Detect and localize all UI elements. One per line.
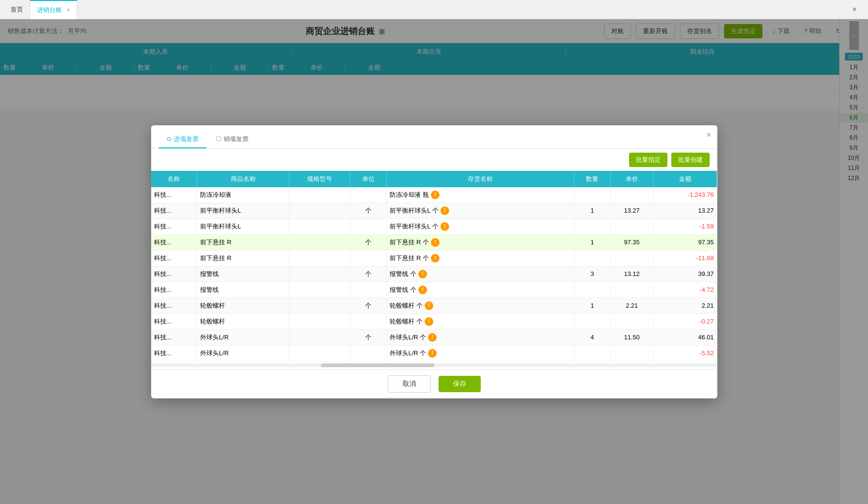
warning-icon: ! bbox=[431, 254, 440, 263]
dialog-header: ⊙ 进项发票 ☐ 销项发票 × bbox=[151, 125, 717, 149]
col-unit: 单位 bbox=[350, 171, 387, 187]
horizontal-scrollbar[interactable] bbox=[151, 363, 717, 367]
tab-active[interactable]: 进销台账 × bbox=[30, 0, 77, 19]
col-amount: 金额 bbox=[653, 171, 717, 187]
warning-icon: ! bbox=[440, 222, 449, 231]
warning-icon: ! bbox=[431, 238, 440, 247]
invoice-table: 名称 商品名称 规格型号 单位 存货名称 数量 单价 金额 科技...防冻冷却液… bbox=[151, 171, 717, 361]
table-row: 科技...外球头L/R个 外球头L/R 个 ! 411.5046.01 bbox=[151, 329, 717, 345]
warning-icon: ! bbox=[418, 270, 427, 278]
col-name: 名称 bbox=[151, 171, 197, 187]
table-row: 科技...防冻冷却液 防冻冷却液 瓶 ! -1,243.76 bbox=[151, 187, 717, 203]
table-row: 科技...报警线 报警线 个 ! -4.72 bbox=[151, 282, 717, 298]
table-row: 科技...前下悬挂 R个 前下悬挂 R 个 ! 197.3597.35 bbox=[151, 234, 717, 250]
col-spec: 规格型号 bbox=[289, 171, 350, 187]
tab-purchase-invoice[interactable]: ⊙ 进项发票 bbox=[159, 131, 206, 148]
tab-bar: 首页 进销台账 × × bbox=[0, 0, 868, 19]
warning-icon: ! bbox=[440, 206, 449, 215]
dialog-footer: 取消 保存 bbox=[151, 369, 717, 398]
tab-close-icon[interactable]: × bbox=[67, 0, 70, 20]
invoice-dialog: ⊙ 进项发票 ☐ 销项发票 × 批量指定 批量创建 名称 bbox=[151, 125, 717, 398]
table-row: 科技...报警线个 报警线 个 ! 313.1239.37 bbox=[151, 266, 717, 282]
save-button[interactable]: 保存 bbox=[439, 376, 481, 392]
batch-create-button[interactable]: 批量创建 bbox=[671, 153, 710, 167]
tab-home[interactable]: 首页 bbox=[4, 0, 30, 19]
table-row: 科技...外球头L/R 外球头L/R 个 ! -5.52 bbox=[151, 345, 717, 361]
warning-icon: ! bbox=[431, 191, 440, 199]
main-area: 销售成本计算方法： 月平均 商贸企业进销台账 ▣ 对账 重新开账 存货别名 生成… bbox=[0, 19, 868, 504]
table-row: 科技...轮毂螺杆 轮毂螺杆 个 ! -0.27 bbox=[151, 313, 717, 329]
tab-sales-invoice[interactable]: ☐ 销项发票 bbox=[208, 131, 256, 148]
col-price: 单价 bbox=[610, 171, 653, 187]
table-row: 科技...前平衡杆球头L 前平衡杆球头L 个 ! -1.59 bbox=[151, 218, 717, 234]
warning-icon: ! bbox=[428, 333, 437, 342]
cancel-button[interactable]: 取消 bbox=[388, 375, 431, 393]
dialog-toolbar: 批量指定 批量创建 bbox=[151, 149, 717, 171]
tab-active-label: 进销台账 bbox=[37, 0, 62, 20]
dialog-close-button[interactable]: × bbox=[706, 130, 712, 140]
col-qty: 数量 bbox=[574, 171, 610, 187]
table-row: 科技...前下悬挂 R 前下悬挂 R 个 ! -11.68 bbox=[151, 250, 717, 266]
col-inventory: 存货名称 bbox=[387, 171, 574, 187]
table-header-row: 名称 商品名称 规格型号 单位 存货名称 数量 单价 金额 bbox=[151, 171, 717, 187]
warning-icon: ! bbox=[418, 286, 427, 294]
window-close-button[interactable]: × bbox=[845, 0, 864, 19]
warning-icon: ! bbox=[425, 301, 433, 310]
warning-icon: ! bbox=[425, 317, 433, 326]
table-row: 科技...轮毂螺杆个 轮毂螺杆 个 ! 12.212.21 bbox=[151, 298, 717, 313]
table-row: 科技...前平衡杆球头L个 前平衡杆球头L 个 ! 113.2713.27 bbox=[151, 203, 717, 218]
col-product: 商品名称 bbox=[197, 171, 289, 187]
warning-icon: ! bbox=[428, 349, 437, 358]
modal-overlay: ⊙ 进项发票 ☐ 销项发票 × 批量指定 批量创建 名称 bbox=[0, 19, 868, 504]
batch-assign-button[interactable]: 批量指定 bbox=[629, 153, 667, 167]
dialog-table: 名称 商品名称 规格型号 单位 存货名称 数量 单价 金额 科技...防冻冷却液… bbox=[151, 171, 717, 361]
scrollbar-thumb bbox=[321, 363, 434, 367]
